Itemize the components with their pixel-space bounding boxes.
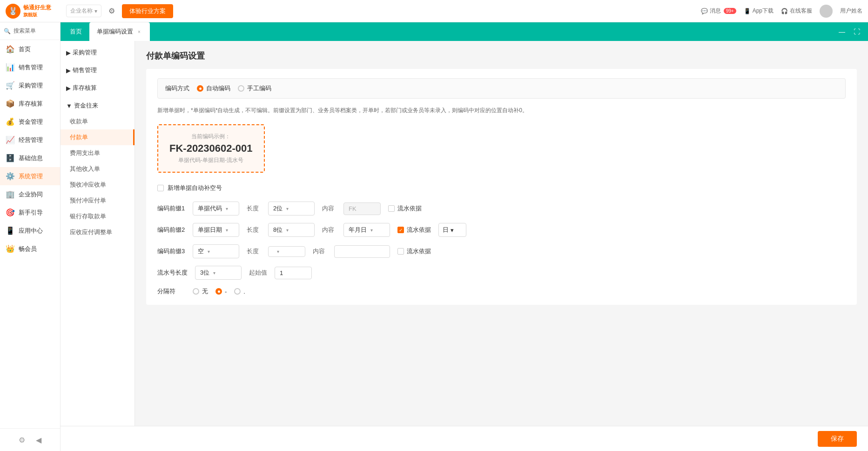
preview-label: 当前编码示例： <box>169 133 253 141</box>
prefix3-content-input[interactable] <box>334 245 390 258</box>
prefix3-row: 编码前缀3 空 ▾ 长度 ▾ 内容 <box>157 244 846 258</box>
arrow-right-icon2: ▶ <box>66 67 71 74</box>
tab-home[interactable]: 首页 <box>62 22 89 41</box>
prefix1-select[interactable]: 单据代码 ▾ <box>193 202 239 215</box>
prefix3-label: 编码前缀3 <box>157 247 185 256</box>
sales-icon: 📊 <box>6 63 15 72</box>
app-download-item[interactable]: 📱 App下载 <box>744 7 774 15</box>
prefix2-length-arrow-icon: ▾ <box>286 228 289 233</box>
preview-box: 当前编码示例： FK-20230602-001 单据代码-单据日期-流水号 <box>157 124 265 173</box>
prefix3-length-select[interactable]: ▾ <box>268 246 305 257</box>
separator-dash-circle <box>215 288 222 295</box>
sidebar-label-apps: 应用中心 <box>19 227 43 235</box>
prefix1-arrow-icon: ▾ <box>226 206 228 211</box>
radio-manual[interactable]: 手工编码 <box>238 84 271 93</box>
prefix3-length-arrow-icon: ▾ <box>277 249 279 254</box>
sub-item-bank-deposit[interactable]: 银行存取款单 <box>61 209 135 224</box>
sidebar-label-company: 企业协同 <box>19 190 43 199</box>
sidebar-item-inventory[interactable]: 📦 库存核算 <box>0 94 60 113</box>
prefix2-length-select[interactable]: 8位 ▾ <box>268 223 315 237</box>
prefix2-row: 编码前缀2 单据日期 ▾ 长度 8位 ▾ 内容 年月日 <box>157 223 846 237</box>
sub-item-adjust[interactable]: 应收应付调整单 <box>61 224 135 240</box>
separator-dash[interactable]: - <box>215 288 227 295</box>
separator-none[interactable]: 无 <box>193 287 208 296</box>
prefix1-value: 单据代码 <box>198 204 222 213</box>
arrow-right-icon3: ▶ <box>66 85 71 92</box>
prefix2-content-select[interactable]: 年月日 ▾ <box>343 223 390 237</box>
radio-auto[interactable]: 自动编码 <box>197 84 230 93</box>
sub-item-other-income[interactable]: 其他收入单 <box>61 161 135 177</box>
tab-close-icon[interactable]: × <box>136 28 142 35</box>
app-name: 畅通好生意 <box>23 4 51 12</box>
prefix2-select[interactable]: 单据日期 ▾ <box>193 223 239 237</box>
separator-label: 分隔符 <box>157 287 185 296</box>
gear-icon[interactable]: ⚙ <box>105 5 118 18</box>
message-icon: 💬 <box>701 8 708 14</box>
preview-code: FK-20230602-001 <box>169 142 253 155</box>
sub-group-capital-label: 资金往来 <box>74 101 98 110</box>
sidebar-search[interactable]: 🔍 搜索菜单 <box>0 22 60 40</box>
prefix2-day-select[interactable]: 日 ▾ <box>438 223 466 237</box>
maximize-icon[interactable]: ⛶ <box>851 26 862 37</box>
sidebar-item-sales[interactable]: 📊 销售管理 <box>0 58 60 76</box>
settings-bottom-icon[interactable]: ⚙ <box>15 433 28 446</box>
sub-item-advance-receivable[interactable]: 预收冲应收单 <box>61 177 135 193</box>
auto-fill-checkbox[interactable] <box>157 185 164 191</box>
sidebar-item-system[interactable]: ⚙️ 系统管理 <box>0 167 60 185</box>
sidebar-item-newbie[interactable]: 🎯 新手引导 <box>0 203 60 222</box>
app-logo: 🐰 畅通好生意 旗舰版 <box>6 4 61 19</box>
message-item[interactable]: 💬 消息 99+ <box>701 7 736 15</box>
prefix1-serial-check[interactable]: 流水依据 <box>388 204 422 213</box>
prefix3-serial-checkbox <box>397 248 404 255</box>
sub-group-sales-label: 销售管理 <box>73 66 97 74</box>
prefix1-length-select[interactable]: 2位 ▾ <box>268 202 315 215</box>
sub-group-inventory: ▶ 库存核算 <box>61 80 135 96</box>
info-text: 新增单据时，*单据编码*自动生成，不可编辑。前缀设置为部门、业务员等档案类，开单… <box>157 106 846 115</box>
industry-btn[interactable]: 体验行业方案 <box>122 4 173 18</box>
sidebar-item-operation[interactable]: 📈 经营管理 <box>0 131 60 149</box>
prefix1-content-input[interactable] <box>343 202 381 215</box>
sidebar-label-newbie: 新手引导 <box>19 209 43 217</box>
avatar[interactable] <box>820 5 833 18</box>
sidebar-item-finance[interactable]: 💰 资金管理 <box>0 113 60 131</box>
serial-length-select[interactable]: 3位 ▾ <box>195 266 242 280</box>
encoding-method-label: 编码方式 <box>165 84 189 93</box>
sidebar-item-apps[interactable]: 📱 应用中心 <box>0 222 60 240</box>
sub-group-sales-title[interactable]: ▶ 销售管理 <box>61 62 135 78</box>
sub-group-capital-title[interactable]: ▼ 资金往来 <box>61 98 135 114</box>
arrow-down-icon: ▼ <box>66 102 72 109</box>
app-download-icon: 📱 <box>744 8 751 14</box>
prefix3-serial-check[interactable]: 流水依据 <box>397 247 431 256</box>
separator-dot-label: . <box>243 288 245 295</box>
sidebar-item-purchase[interactable]: 🛒 采购管理 <box>0 76 60 94</box>
sidebar-item-basic[interactable]: 🗄️ 基础信息 <box>0 149 60 167</box>
operation-icon: 📈 <box>6 135 15 144</box>
sidebar-bottom: ⚙ ◀ <box>0 428 60 451</box>
sub-item-advance-payable[interactable]: 预付冲应付单 <box>61 193 135 209</box>
serial-length-value: 3位 <box>200 269 209 277</box>
save-button[interactable]: 保存 <box>818 431 857 447</box>
online-service-item[interactable]: 🎧 在线客服 <box>781 7 812 15</box>
sub-group-inventory-title[interactable]: ▶ 库存核算 <box>61 80 135 96</box>
separator-dot[interactable]: . <box>234 288 245 295</box>
minimize-icon[interactable]: — <box>836 26 848 37</box>
sidebar-label-inventory: 库存核算 <box>19 100 43 108</box>
start-value-input[interactable] <box>275 267 312 279</box>
sub-item-expense[interactable]: 费用支出单 <box>61 145 135 161</box>
sidebar-item-company[interactable]: 🏢 企业协同 <box>0 185 60 203</box>
prefix1-row: 编码前缀1 单据代码 ▾ 长度 2位 ▾ 内容 <box>157 202 846 215</box>
tab-current[interactable]: 单据编码设置 × <box>89 22 150 41</box>
sidebar-item-member[interactable]: 👑 畅会员 <box>0 240 60 258</box>
collapse-icon[interactable]: ◀ <box>32 433 45 446</box>
page-content: 付款单编码设置 编码方式 自动编码 手工编码 <box>135 41 868 426</box>
sub-group-purchase-title[interactable]: ▶ 采购管理 <box>61 45 135 61</box>
prefix3-select[interactable]: 空 ▾ <box>193 244 239 258</box>
serial-length-arrow-icon: ▾ <box>213 270 215 276</box>
sub-item-payment[interactable]: 付款单 <box>61 129 135 145</box>
page-title: 付款单编码设置 <box>146 50 857 61</box>
company-dropdown[interactable]: 企业名称 ▾ <box>66 5 101 17</box>
sidebar-item-home[interactable]: 🏠 首页 <box>0 40 60 58</box>
sub-item-receipt[interactable]: 收款单 <box>61 114 135 129</box>
prefix2-serial-check[interactable]: ✓ 流水依据 <box>397 226 431 234</box>
sidebar-label-basic: 基础信息 <box>19 154 43 162</box>
